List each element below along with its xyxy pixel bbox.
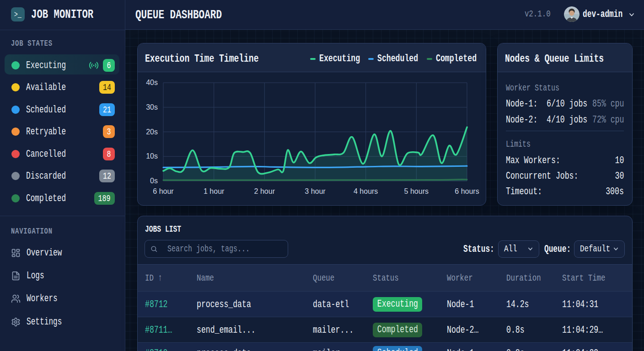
svg-text:20s: 20s (146, 128, 158, 136)
svg-text:30s: 30s (146, 103, 158, 111)
svg-text:6 hours: 6 hours (455, 187, 479, 195)
svg-text:5 hours: 5 hours (404, 187, 429, 195)
svg-text:0s: 0s (150, 177, 158, 185)
svg-text:1 hour: 1 hour (204, 187, 225, 195)
svg-text:10s: 10s (146, 152, 158, 160)
svg-text:6 hour: 6 hour (153, 187, 174, 195)
svg-text:2 hour: 2 hour (254, 187, 275, 195)
svg-text:40s: 40s (146, 79, 158, 86)
svg-text:4 hours: 4 hours (354, 187, 378, 195)
svg-text:3 hour: 3 hour (305, 187, 326, 195)
